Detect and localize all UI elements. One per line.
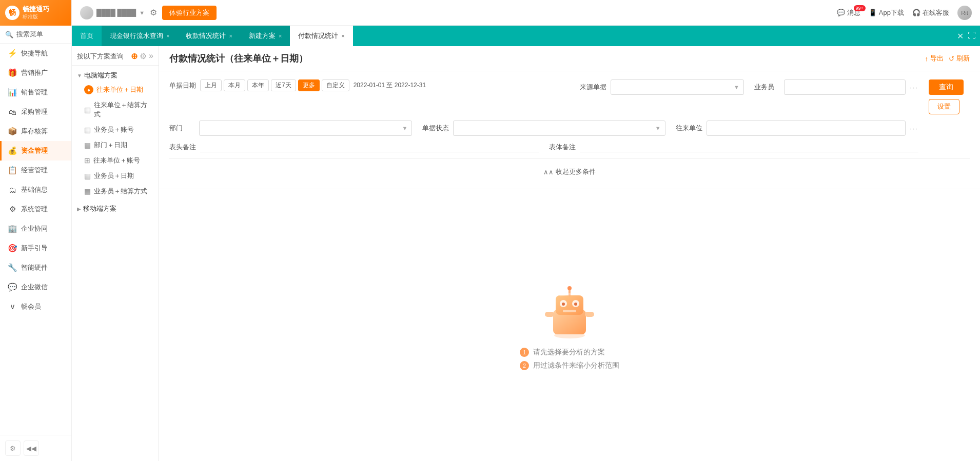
- maximize-tab-btn[interactable]: ⛶: [968, 31, 976, 41]
- sidebar-item-label: 企业协同: [21, 224, 48, 233]
- date-label: 单据日期: [169, 81, 196, 90]
- salesman-more-btn[interactable]: ···: [910, 84, 918, 91]
- phone-icon: 📱: [869, 9, 877, 16]
- scheme-desktop-section-title[interactable]: ▼ 电脑端方案: [72, 69, 159, 82]
- counterpart-select[interactable]: [707, 121, 906, 136]
- page-header-actions: ↑ 导出 ↺ 刷新: [925, 54, 970, 63]
- date-btn-more[interactable]: 更多: [298, 79, 320, 91]
- scheme-item-dept-date[interactable]: ▦ 部门＋日期: [72, 137, 159, 153]
- main-area: ████ ████ ▼ ⚙ 体验行业方案 💬 消息 99+ 📱 App下载 🎧 …: [72, 0, 980, 461]
- scheme-item-counterpart-date[interactable]: ● 往来单位＋日期: [72, 82, 159, 97]
- svg-rect-11: [585, 312, 594, 317]
- tab-home[interactable]: 首页: [72, 26, 102, 46]
- sidebar-item-inventory[interactable]: 📦 库存核算: [0, 122, 71, 141]
- tab-payment-stat-close[interactable]: ×: [341, 33, 344, 39]
- sidebar: 畅 畅捷通巧 标准版 🔍 搜索菜单 ⚡ 快捷导航 🎁 营销推广 📊 销售管理 🛍…: [0, 0, 72, 461]
- app-download-btn[interactable]: 📱 App下载: [869, 8, 904, 17]
- section-title-label: 电脑端方案: [84, 71, 117, 80]
- scheme-item-salesman-date[interactable]: ▦ 业务员＋日期: [72, 168, 159, 184]
- scheme-settings-btn[interactable]: ⚙: [140, 51, 147, 61]
- date-btn-custom[interactable]: 自定义: [322, 79, 349, 91]
- scheme-icon: ▦: [84, 172, 91, 180]
- tab-payment-stat[interactable]: 付款情况统计 ×: [290, 26, 352, 46]
- sidebar-item-guide[interactable]: 🎯 新手引导: [0, 238, 71, 258]
- query-btn[interactable]: 查询: [929, 79, 964, 95]
- date-btn-this-year[interactable]: 本年: [247, 79, 269, 91]
- sidebar-item-label: 企业微信: [21, 283, 48, 292]
- close-tab-btn[interactable]: ✕: [957, 31, 964, 41]
- scheme-icon: ▦: [84, 126, 91, 134]
- sidebar-item-operations[interactable]: 📋 经营管理: [0, 161, 71, 180]
- tab-payment-stat-label: 付款情况统计: [298, 31, 338, 41]
- export-btn[interactable]: ↑ 导出: [925, 54, 944, 63]
- scheme-item-counterpart-account[interactable]: ⊞ 往来单位＋账号: [72, 153, 159, 168]
- sidebar-item-sys-mgmt[interactable]: ⚙ 系统管理: [0, 199, 71, 219]
- tab-new-scheme[interactable]: 新建方案 ×: [241, 26, 290, 46]
- export-icon: ↑: [925, 55, 929, 63]
- tab-bank-flow[interactable]: 现金银行流水查询 ×: [102, 26, 178, 46]
- collapse-sidebar-btn[interactable]: ◀◀: [24, 440, 39, 456]
- brand-sub: 标准版: [23, 13, 49, 21]
- scheme-panel: 按以下方案查询 ⊕ ⚙ » ▼ 电脑端方案 ● 往来单位＋日期 ▦: [72, 46, 159, 461]
- source-doc-label: 来源单据: [580, 83, 606, 92]
- source-doc-select[interactable]: ▼: [611, 79, 744, 95]
- collapse-more-label: 收起更多条件: [556, 167, 596, 176]
- tab-new-scheme-close[interactable]: ×: [279, 33, 282, 39]
- sidebar-item-finance[interactable]: 💰 资金管理: [0, 141, 71, 161]
- hint-num-1: 1: [520, 348, 529, 357]
- guide-icon: 🎯: [8, 244, 17, 253]
- sidebar-item-enterprise[interactable]: 🏢 企业协同: [0, 219, 71, 238]
- counterpart-more-btn[interactable]: ···: [910, 125, 918, 132]
- scheme-item-salesman-settlement[interactable]: ▦ 业务员＋结算方式: [72, 184, 159, 199]
- tab-collection-stat[interactable]: 收款情况统计 ×: [178, 26, 240, 46]
- sidebar-item-quick-nav[interactable]: ⚡ 快捷导航: [0, 44, 71, 63]
- online-service-btn[interactable]: 🎧 在线客服: [912, 8, 949, 17]
- search-menu[interactable]: 🔍 搜索菜单: [0, 26, 71, 44]
- sidebar-item-basic-info[interactable]: 🗂 基础信息: [0, 180, 71, 199]
- tab-collection-stat-close[interactable]: ×: [229, 33, 232, 39]
- hint-text-1: 请先选择要分析的方案: [533, 348, 605, 357]
- refresh-btn[interactable]: ↺ 刷新: [949, 54, 970, 63]
- filter-row-1: 单据日期 上月 本月 本年 近7天 更多 自定义 2022-01-01 至 20…: [169, 79, 970, 114]
- table-body-note-input[interactable]: [580, 142, 918, 152]
- dept-select[interactable]: ▼: [199, 121, 412, 136]
- trial-industry-btn[interactable]: 体验行业方案: [162, 6, 217, 20]
- scheme-icon: ▦: [84, 187, 91, 195]
- sidebar-item-weixin[interactable]: 💬 企业微信: [0, 277, 71, 297]
- doc-status-select[interactable]: ▼: [453, 121, 665, 136]
- dept-arrow: ▼: [402, 125, 407, 131]
- topbar-dropdown-arrow[interactable]: ▼: [139, 10, 145, 16]
- sidebar-footer: ⚙ ◀◀: [0, 435, 71, 461]
- operations-icon: 📋: [8, 166, 17, 175]
- scheme-collapse-btn[interactable]: »: [149, 51, 153, 61]
- scheme-mobile-section-title[interactable]: ▶ 移动端方案: [72, 202, 159, 215]
- scheme-item-counterpart-settlement[interactable]: ▦ 往来单位＋结算方式: [72, 97, 159, 122]
- settings-footer-btn[interactable]: ⚙: [5, 440, 21, 456]
- page-title: 付款情况统计（往来单位＋日期）: [169, 52, 308, 65]
- collapse-arrow-icon: ∧∧: [543, 168, 554, 176]
- sidebar-item-purchase[interactable]: 🛍 采购管理: [0, 102, 71, 122]
- section-title-label: 移动端方案: [83, 204, 116, 213]
- messages-btn[interactable]: 💬 消息 99+: [837, 8, 860, 17]
- topbar-avatar[interactable]: Rit: [957, 6, 972, 20]
- date-btn-last-7[interactable]: 近7天: [271, 79, 296, 91]
- filter-settings-btn[interactable]: 设置: [929, 99, 959, 114]
- svg-point-4: [567, 286, 572, 290]
- date-btn-last-month[interactable]: 上月: [200, 79, 222, 91]
- sidebar-item-member[interactable]: ∨ 畅会员: [0, 297, 71, 316]
- collapse-more-btn[interactable]: ∧∧ 收起更多条件: [533, 163, 606, 181]
- filter-dept-item: 部门 ▼: [169, 121, 412, 136]
- table-header-note-input[interactable]: [200, 142, 539, 152]
- online-service-label: 在线客服: [923, 8, 949, 17]
- sidebar-item-sales[interactable]: 📊 销售管理: [0, 83, 71, 102]
- date-btn-this-month[interactable]: 本月: [224, 79, 245, 91]
- tab-bank-flow-close[interactable]: ×: [166, 33, 169, 39]
- scheme-item-salesman-account[interactable]: ▦ 业务员＋账号: [72, 122, 159, 137]
- scheme-add-btn[interactable]: ⊕: [131, 51, 138, 61]
- scheme-item-label: 往来单位＋账号: [93, 156, 140, 165]
- avatar-text: Rit: [961, 10, 968, 16]
- topbar-gear-icon[interactable]: ⚙: [150, 8, 157, 17]
- sidebar-item-smart-hw[interactable]: 🔧 智能硬件: [0, 258, 71, 277]
- salesman-select[interactable]: [784, 79, 906, 95]
- sidebar-item-marketing[interactable]: 🎁 营销推广: [0, 63, 71, 83]
